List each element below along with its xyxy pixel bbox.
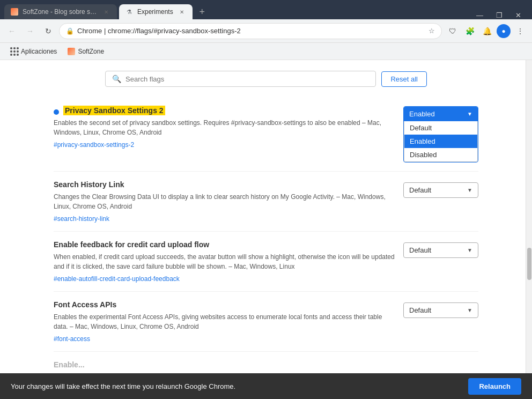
tab-softzone-close[interactable]: ✕ — [102, 8, 110, 16]
bookmarks-bar: Aplicaciones SoftZone — [0, 43, 532, 60]
window-controls: — ❐ ✕ — [474, 11, 528, 19]
dropdown-selected-value: Enabled — [409, 110, 435, 118]
toolbar-right: 🛡 🧩 🔔 ● ⋮ — [445, 24, 528, 39]
relaunch-button[interactable]: Relaunch — [468, 378, 521, 395]
flag-description-credit-card: When enabled, if credit card upload succ… — [54, 252, 395, 271]
scrollbar-track[interactable] — [526, 60, 532, 373]
flag-description-search-history: Changes the Clear Browsing Data UI to di… — [54, 192, 395, 211]
chevron-down-icon: ▼ — [467, 307, 472, 313]
url-separator: | — [104, 27, 108, 35]
url-display: Chrome | chrome://flags/#privacy-sandbox… — [77, 27, 425, 35]
flags-list: Privacy Sandbox Settings 2 Enables the s… — [0, 98, 532, 373]
flag-info-font-access: Font Access APIs Enables the experimenta… — [54, 300, 395, 343]
bookmark-aplicaciones[interactable]: Aplicaciones — [6, 46, 61, 57]
flag-item-search-history: Search History Link Changes the Clear Br… — [54, 172, 478, 232]
flag-info-privacy-sandbox: Privacy Sandbox Settings 2 Enables the s… — [54, 106, 395, 149]
tab-strip: SoftZone - Blog sobre software, ✕ ⚗ Expe… — [4, 4, 474, 19]
dropdown-option-disabled[interactable]: Disabled — [404, 148, 477, 161]
flag-title-privacy-sandbox: Privacy Sandbox Settings 2 — [63, 106, 165, 115]
tab-softzone-label: SoftZone - Blog sobre software, — [23, 8, 98, 16]
flag-dropdown-font-access[interactable]: Default ▼ — [403, 300, 478, 318]
search-magnifier-icon: 🔍 — [112, 75, 121, 83]
reset-all-button[interactable]: Reset all — [381, 71, 427, 87]
close-window-button[interactable]: ✕ — [513, 11, 523, 19]
notification-bar: Your changes will take effect the next t… — [0, 373, 532, 399]
maximize-button[interactable]: ❐ — [494, 11, 505, 19]
avatar-button[interactable]: ● — [497, 24, 511, 38]
dropdown-option-enabled[interactable]: Enabled — [404, 135, 477, 148]
url-full: chrome://flags/#privacy-sandbox-settings… — [108, 27, 241, 35]
dropdown-value-credit-card: Default — [409, 246, 431, 254]
address-bar[interactable]: 🔒 Chrome | chrome://flags/#privacy-sandb… — [59, 23, 442, 39]
flag-link-font-access[interactable]: #font-access — [54, 335, 90, 343]
page-content: 🔍 Reset all Privacy Sandbox Settings 2 E… — [0, 60, 532, 373]
flag-dropdown-credit-card-select[interactable]: Default ▼ — [403, 242, 478, 258]
flag-title-font-access: Font Access APIs — [54, 300, 395, 309]
security-icon: 🔒 — [66, 27, 74, 35]
back-button[interactable]: ← — [4, 24, 19, 39]
dropdown-options: Default Enabled Disabled — [404, 121, 478, 162]
flag-title-credit-card: Enable feedback for credit card upload f… — [54, 240, 395, 249]
extensions-icon[interactable]: 🧩 — [462, 24, 477, 39]
tab-experiments-close[interactable]: ✕ — [178, 8, 186, 16]
flag-link-privacy-sandbox[interactable]: #privacy-sandbox-settings-2 — [54, 141, 134, 149]
reload-button[interactable]: ↻ — [41, 24, 56, 39]
scrollbar-thumb[interactable] — [527, 248, 531, 280]
flag-dropdown-credit-card[interactable]: Default ▼ — [403, 240, 478, 258]
flag-link-credit-card[interactable]: #enable-autofill-credit-card-upload-feed… — [54, 275, 180, 283]
flag-item-credit-card: Enable feedback for credit card upload f… — [54, 232, 478, 292]
softzone-favicon-icon — [68, 48, 75, 55]
title-bar: SoftZone - Blog sobre software, ✕ ⚗ Expe… — [0, 0, 532, 19]
notification-bell-icon[interactable]: 🔔 — [479, 24, 494, 39]
flag-dropdown-font-access-select[interactable]: Default ▼ — [403, 302, 478, 318]
flags-search-bar: 🔍 Reset all — [0, 60, 532, 98]
shield-toolbar-icon[interactable]: 🛡 — [445, 24, 460, 39]
browser-toolbar: ← → ↻ 🔒 Chrome | chrome://flags/#privacy… — [0, 19, 532, 43]
url-site: Chrome — [77, 27, 102, 35]
dropdown-option-default[interactable]: Default — [404, 121, 477, 135]
experiments-tab-favicon: ⚗ — [125, 8, 133, 16]
chrome-menu-button[interactable]: ⋮ — [513, 24, 528, 39]
flag-item-privacy-sandbox: Privacy Sandbox Settings 2 Enables the s… — [54, 98, 478, 172]
dropdown-header[interactable]: Enabled ▼ — [404, 107, 478, 121]
chevron-down-icon: ▼ — [467, 187, 472, 193]
search-flags-input[interactable] — [125, 75, 369, 83]
bookmark-softzone[interactable]: SoftZone — [63, 46, 108, 57]
bookmark-star-icon[interactable]: ☆ — [428, 27, 435, 35]
softzone-tab-favicon — [11, 8, 18, 16]
search-input-wrap[interactable]: 🔍 — [105, 71, 376, 87]
dropdown-value-font-access: Default — [409, 306, 431, 314]
search-container: 🔍 Reset all — [105, 71, 427, 87]
flag-info-credit-card: Enable feedback for credit card upload f… — [54, 240, 395, 283]
flag-item-partial: Enable... — [54, 352, 478, 373]
chevron-down-icon: ▼ — [467, 111, 472, 117]
flag-dropdown-open[interactable]: Enabled ▼ Default Enabled Disabled — [403, 106, 478, 162]
bookmark-aplicaciones-label: Aplicaciones — [21, 48, 57, 55]
minimize-button[interactable]: — — [474, 11, 485, 19]
flag-dropdown-search-history-select[interactable]: Default ▼ — [403, 182, 478, 198]
flag-item-font-access: Font Access APIs Enables the experimenta… — [54, 292, 478, 352]
flag-title-search-history: Search History Link — [54, 180, 395, 189]
dropdown-value-search-history: Default — [409, 186, 431, 194]
flag-description-privacy-sandbox: Enables the second set of privacy sandbo… — [54, 118, 395, 137]
flag-title-wrap: Privacy Sandbox Settings 2 — [54, 106, 395, 118]
flag-title-partial: Enable... — [54, 360, 478, 369]
apps-grid-icon — [11, 48, 18, 55]
flag-dropdown-privacy-sandbox[interactable]: Enabled ▼ Default Enabled Disabled — [403, 106, 478, 162]
new-tab-button[interactable]: + — [195, 4, 210, 19]
active-flag-dot — [54, 109, 59, 115]
tab-experiments[interactable]: ⚗ Experiments ✕ — [119, 4, 193, 19]
tab-softzone[interactable]: SoftZone - Blog sobre software, ✕ — [4, 4, 117, 19]
flag-info-search-history: Search History Link Changes the Clear Br… — [54, 180, 395, 223]
forward-button[interactable]: → — [23, 24, 38, 39]
bookmark-softzone-label: SoftZone — [78, 48, 104, 55]
chevron-down-icon: ▼ — [467, 247, 472, 253]
flag-dropdown-search-history[interactable]: Default ▼ — [403, 180, 478, 198]
flag-link-search-history[interactable]: #search-history-link — [54, 215, 109, 223]
flag-description-font-access: Enables the experimental Font Access API… — [54, 312, 395, 331]
notification-text: Your changes will take effect the next t… — [11, 382, 235, 390]
tab-experiments-label: Experiments — [137, 8, 173, 16]
flag-title-highlighted: Privacy Sandbox Settings 2 — [63, 106, 165, 115]
